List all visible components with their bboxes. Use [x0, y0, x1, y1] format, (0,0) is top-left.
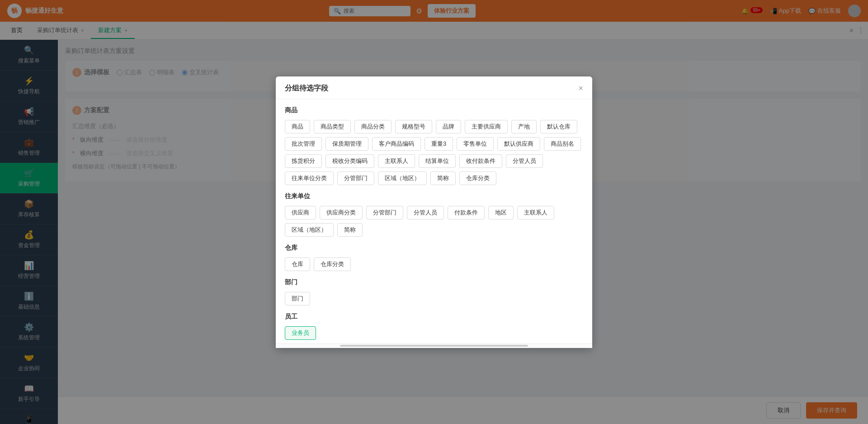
modal-header: 分组待选字段 ×: [276, 76, 592, 99]
field-tag-spec-model[interactable]: 规格型号: [395, 120, 432, 133]
field-tag-product-category[interactable]: 商品分类: [354, 120, 392, 133]
hscroll-thumb: [340, 345, 528, 347]
field-tag-default-supplier[interactable]: 默认供应商: [497, 137, 540, 151]
field-tag-warehouse-category[interactable]: 仓库分类: [314, 257, 351, 271]
modal-body: 商品 商品 商品类型 商品分类 规格型号 品牌 主要供应商 产地 默认仓库 批次…: [276, 99, 592, 343]
field-tag-supplier-cat[interactable]: 供应商分类: [320, 206, 363, 219]
field-tag-partner-category[interactable]: 往来单位分类: [285, 172, 334, 185]
field-tag-warehouse-cat[interactable]: 仓库分类: [459, 172, 496, 185]
field-tag-product-type[interactable]: 商品类型: [314, 120, 351, 133]
field-tag-product[interactable]: 商品: [285, 120, 310, 133]
field-tag-settlement-unit[interactable]: 结算单位: [419, 154, 456, 168]
field-tag-area[interactable]: 地区: [488, 206, 514, 219]
partner-fields: 供应商 供应商分类 分管部门 分管人员 付款条件 地区 主联系人 区域（地区） …: [285, 206, 583, 237]
field-tag-short-name-partner[interactable]: 简称: [337, 223, 363, 237]
field-tag-product-alias[interactable]: 商品别名: [544, 137, 581, 151]
field-tag-pay-terms[interactable]: 付款条件: [448, 206, 485, 219]
warehouse-fields: 仓库 仓库分类: [285, 257, 583, 271]
section-title-partner: 往来单位: [285, 192, 583, 200]
field-tag-origin[interactable]: 产地: [511, 120, 537, 133]
field-tag-region-partner[interactable]: 区域（地区）: [285, 223, 334, 237]
department-fields: 部门: [285, 292, 583, 305]
field-tag-supplier[interactable]: 供应商: [285, 206, 316, 219]
modal-close-button[interactable]: ×: [578, 84, 583, 93]
product-fields: 商品 商品类型 商品分类 规格型号 品牌 主要供应商 产地 默认仓库 批次管理 …: [285, 120, 583, 185]
section-title-product: 商品: [285, 106, 583, 114]
field-tag-expiry-mgmt[interactable]: 保质期管理: [326, 137, 368, 151]
field-tag-pick-score[interactable]: 拣货积分: [285, 154, 322, 168]
field-tag-warehouse[interactable]: 仓库: [285, 257, 310, 271]
field-tag-payment-terms[interactable]: 收付款条件: [459, 154, 502, 168]
field-select-modal: 分组待选字段 × 商品 商品 商品类型 商品分类 规格型号 品牌 主要供应商 产…: [276, 76, 592, 348]
field-tag-manage-person[interactable]: 分管人员: [407, 206, 444, 219]
field-tag-supervisor[interactable]: 分管人员: [506, 154, 543, 168]
section-title-warehouse: 仓库: [285, 244, 583, 252]
modal-horizontal-scrollbar[interactable]: [276, 343, 592, 348]
modal-title: 分组待选字段: [285, 84, 328, 93]
field-tag-tax-code[interactable]: 税收分类编码: [326, 154, 374, 168]
field-tag-customer-code[interactable]: 客户商品编码: [372, 137, 421, 151]
field-tag-manage-dept[interactable]: 分管部门: [366, 206, 403, 219]
section-title-employee: 员工: [285, 313, 583, 321]
section-title-department: 部门: [285, 278, 583, 286]
field-tag-main-contact-partner[interactable]: 主联系人: [517, 206, 554, 219]
field-tag-batch-mgmt[interactable]: 批次管理: [285, 137, 322, 151]
field-tag-short-name-product[interactable]: 简称: [430, 172, 456, 185]
field-tag-region-product[interactable]: 区域（地区）: [378, 172, 427, 185]
modal-backdrop: 分组待选字段 × 商品 商品 商品类型 商品分类 规格型号 品牌 主要供应商 产…: [0, 0, 868, 424]
field-tag-department[interactable]: 部门: [285, 292, 310, 305]
field-tag-default-warehouse[interactable]: 默认仓库: [540, 120, 577, 133]
field-tag-brand[interactable]: 品牌: [436, 120, 461, 133]
field-tag-salesperson[interactable]: 业务员: [285, 326, 316, 340]
field-tag-retail-unit[interactable]: 零售单位: [457, 137, 494, 151]
field-tag-main-supplier[interactable]: 主要供应商: [465, 120, 508, 133]
field-tag-weight[interactable]: 重量3: [425, 137, 453, 151]
field-tag-dept[interactable]: 分管部门: [337, 172, 374, 185]
field-tag-main-contact[interactable]: 主联系人: [378, 154, 415, 168]
employee-fields: 业务员: [285, 326, 583, 340]
